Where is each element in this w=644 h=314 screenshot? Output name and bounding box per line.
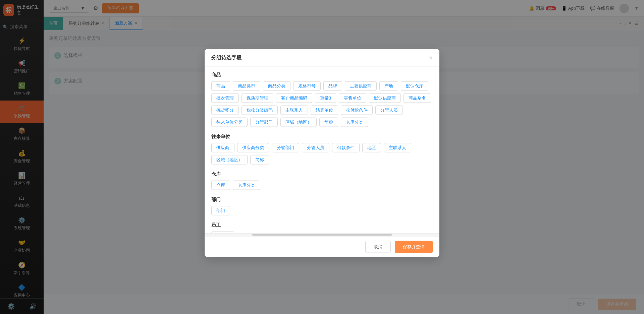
field-tag-partner-category[interactable]: 往来单位分类 xyxy=(211,117,248,127)
field-tag-partner-short[interactable]: 简称 xyxy=(250,155,269,164)
field-tag-partner-contact[interactable]: 主联系人 xyxy=(384,143,411,152)
field-tag-customer-code[interactable]: 客户商品编码 xyxy=(276,93,312,103)
field-tag-manager[interactable]: 分管人员 xyxy=(375,105,403,115)
dialog-hscrollbar[interactable] xyxy=(205,233,439,236)
field-tag-dept[interactable]: 分管部门 xyxy=(250,117,278,127)
dialog-title: 分组待选字段 xyxy=(211,54,241,61)
field-tag-retail-unit[interactable]: 零售单位 xyxy=(339,93,366,103)
field-tag-weight3[interactable]: 重量3 xyxy=(315,93,336,103)
field-select-dialog: 分组待选字段 × 商品 商品 商品类型 商品分类 规格型号 品牌 主要供应商 产… xyxy=(205,49,439,257)
field-tag-short-name[interactable]: 简称 xyxy=(319,117,338,127)
field-group-warehouse-title: 仓库 xyxy=(211,171,433,177)
field-tag-department[interactable]: 部门 xyxy=(211,206,230,215)
field-tag-warehouse[interactable]: 仓库 xyxy=(211,180,230,190)
dialog-confirm-button[interactable]: 保存并查询 xyxy=(395,241,433,253)
field-tag-origin[interactable]: 产地 xyxy=(379,81,398,90)
dialog-body: 商品 商品 商品类型 商品分类 规格型号 品牌 主要供应商 产地 默认仓库 批次… xyxy=(205,66,439,233)
field-tag-goods-type[interactable]: 商品类型 xyxy=(233,81,260,90)
field-group-partner: 往来单位 供应商 供应商分类 分管部门 分管人员 付款条件 地区 主联系人 区域… xyxy=(211,133,433,164)
dialog-hscroll-thumb xyxy=(252,234,391,236)
field-tags-goods: 商品 商品类型 商品分类 规格型号 品牌 主要供应商 产地 默认仓库 批次管理 … xyxy=(211,81,433,127)
field-tag-region[interactable]: 区域（地区） xyxy=(280,117,317,127)
field-tag-pick-score[interactable]: 拣货积分 xyxy=(211,105,239,115)
field-tag-settlement-unit[interactable]: 结算单位 xyxy=(311,105,338,115)
dialog-close-button[interactable]: × xyxy=(429,55,433,61)
dialog-header: 分组待选字段 × xyxy=(205,49,439,66)
field-tags-partner: 供应商 供应商分类 分管部门 分管人员 付款条件 地区 主联系人 区域（地区） … xyxy=(211,143,433,164)
field-tag-partner-dept[interactable]: 分管部门 xyxy=(272,143,299,152)
field-group-partner-title: 往来单位 xyxy=(211,133,433,139)
field-group-employee: 员工 业务员 xyxy=(211,222,433,233)
field-tag-goods-alias[interactable]: 商品别名 xyxy=(404,93,431,103)
field-tag-main-contact[interactable]: 主联系人 xyxy=(280,105,308,115)
field-tag-main-supplier[interactable]: 主要供应商 xyxy=(345,81,377,90)
field-group-goods: 商品 商品 商品类型 商品分类 规格型号 品牌 主要供应商 产地 默认仓库 批次… xyxy=(211,72,433,127)
field-group-department: 部门 部门 xyxy=(211,196,433,215)
field-group-goods-title: 商品 xyxy=(211,72,433,78)
field-tag-pay-terms[interactable]: 付款条件 xyxy=(332,143,360,152)
field-tag-spec-model[interactable]: 规格型号 xyxy=(293,81,321,90)
field-tag-area[interactable]: 地区 xyxy=(362,143,381,152)
dialog-footer: 取消 保存并查询 xyxy=(205,236,439,257)
dialog-cancel-button[interactable]: 取消 xyxy=(365,241,391,253)
field-tag-tax-code[interactable]: 税收分类编码 xyxy=(241,105,278,115)
field-tag-default-warehouse[interactable]: 默认仓库 xyxy=(401,81,428,90)
field-group-department-title: 部门 xyxy=(211,196,433,202)
field-tag-warehouse-category[interactable]: 仓库分类 xyxy=(341,117,368,127)
field-tag-batch-mgmt[interactable]: 批次管理 xyxy=(211,93,239,103)
field-tag-payment-terms[interactable]: 收付款条件 xyxy=(341,105,373,115)
field-tag-default-supplier[interactable]: 默认供应商 xyxy=(369,93,401,103)
field-tag-supplier[interactable]: 供应商 xyxy=(211,143,234,152)
field-group-warehouse: 仓库 仓库 仓库分类 xyxy=(211,171,433,190)
field-group-employee-title: 员工 xyxy=(211,222,433,228)
field-tag-warehouse-cat[interactable]: 仓库分类 xyxy=(233,180,260,190)
field-tags-warehouse: 仓库 仓库分类 xyxy=(211,180,433,190)
field-tag-brand[interactable]: 品牌 xyxy=(323,81,342,90)
field-tag-partner-manager[interactable]: 分管人员 xyxy=(302,143,329,152)
field-tag-shelf-life[interactable]: 保质期管理 xyxy=(241,93,273,103)
field-tag-supplier-category[interactable]: 供应商分类 xyxy=(237,143,269,152)
field-tag-goods[interactable]: 商品 xyxy=(211,81,230,90)
field-tag-partner-region[interactable]: 区域（地区） xyxy=(211,155,248,164)
field-tags-department: 部门 xyxy=(211,206,433,215)
field-tag-goods-category[interactable]: 商品分类 xyxy=(263,81,290,90)
